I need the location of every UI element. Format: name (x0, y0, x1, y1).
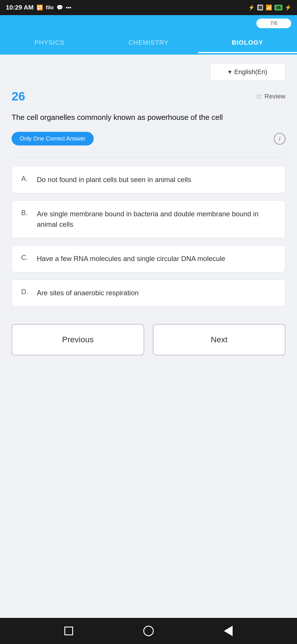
option-b-text: Are single membrane bound in bacteria an… (37, 209, 276, 230)
question-text: The cell organelles commonly known as po… (12, 111, 285, 123)
option-c-label: C. (21, 253, 30, 262)
answer-type-badge: Only One Correct Answer (12, 132, 94, 145)
option-d-text: Are sites of anaerobic respiration (37, 288, 139, 298)
option-a-text: Do not found in plant cells but seen in … (37, 175, 191, 185)
more-icon: ••• (66, 5, 71, 11)
language-row: ▾ English(En) (12, 63, 285, 81)
review-label: Review (265, 93, 285, 100)
bottom-nav-bar (0, 618, 297, 644)
bluetooth-icon: ⚡ (248, 4, 255, 11)
main-content: ▾ English(En) 26 ☆ Review The cell organ… (0, 55, 297, 376)
option-d-label: D. (21, 288, 30, 296)
progress-text: 7/6 (270, 20, 277, 26)
options-container: A. Do not found in plant cells but seen … (12, 166, 285, 307)
app-label: filo (46, 5, 54, 11)
triangle-icon (224, 626, 233, 636)
nav-buttons: Previous Next (12, 324, 285, 367)
option-a-label: A. (21, 175, 30, 183)
language-label: English(En) (234, 68, 267, 76)
tab-biology-label: BIOLOGY (232, 39, 263, 46)
info-button[interactable]: i (274, 133, 285, 145)
previous-button[interactable]: Previous (12, 324, 144, 355)
back-home-button[interactable] (142, 625, 155, 637)
tab-physics[interactable]: PHYSICS (0, 33, 99, 52)
tab-physics-label: PHYSICS (35, 39, 65, 46)
time-display: 10:29 AM (6, 4, 34, 11)
language-selector[interactable]: ▾ English(En) (210, 63, 285, 81)
network-icon: 🔳 (257, 4, 263, 11)
question-header: 26 ☆ Review (12, 89, 285, 103)
divider (12, 157, 285, 157)
tab-chemistry[interactable]: CHEMISTRY (99, 33, 198, 52)
option-c[interactable]: C. Have a few RNA molecules and single c… (12, 245, 285, 272)
star-icon: ☆ (256, 92, 262, 101)
status-time-area: 10:29 AM 🔁 filo 💬 ••• (6, 4, 71, 11)
info-icon-label: i (279, 135, 280, 143)
option-d[interactable]: D. Are sites of anaerobic respiration (12, 279, 285, 307)
progress-area: 7/6 (0, 15, 297, 31)
app-icon-filo: 🔁 (37, 4, 43, 11)
status-bar: 10:29 AM 🔁 filo 💬 ••• ⚡ 🔳 📶 45 ⚡ (0, 0, 297, 15)
square-icon (64, 627, 73, 635)
option-a[interactable]: A. Do not found in plant cells but seen … (12, 166, 285, 193)
question-number: 26 (12, 89, 25, 103)
tab-bar: PHYSICS CHEMISTRY BIOLOGY (0, 31, 297, 55)
review-button[interactable]: ☆ Review (256, 92, 285, 101)
option-b-label: B. (21, 209, 30, 217)
tab-biology[interactable]: BIOLOGY (198, 33, 297, 52)
home-button[interactable] (62, 625, 75, 637)
option-b[interactable]: B. Are single membrane bound in bacteria… (12, 200, 285, 238)
signal-icon: 📶 (266, 4, 272, 11)
battery-indicator: 45 (274, 5, 282, 10)
next-button[interactable]: Next (153, 324, 285, 355)
chevron-down-icon: ▾ (228, 68, 231, 76)
back-button[interactable] (222, 625, 235, 637)
tab-chemistry-label: CHEMISTRY (128, 39, 169, 46)
whatsapp-icon: 💬 (57, 4, 63, 11)
circle-icon (143, 626, 154, 636)
charging-icon: ⚡ (285, 4, 291, 11)
option-c-text: Have a few RNA molecules and single circ… (37, 253, 225, 264)
status-icons-right: ⚡ 🔳 📶 45 ⚡ (248, 4, 291, 11)
progress-pill: 7/6 (256, 19, 291, 28)
answer-type-row: Only One Correct Answer i (12, 132, 285, 145)
